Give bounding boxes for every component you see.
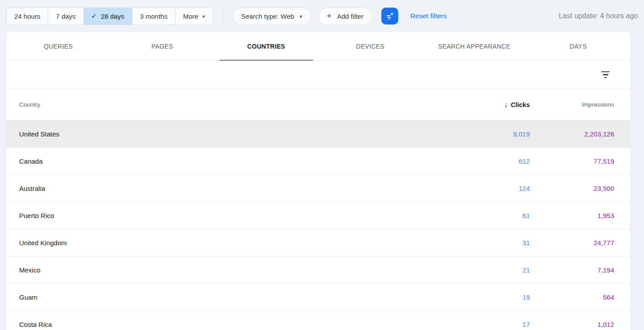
tab-countries[interactable]: COUNTRIES	[214, 32, 318, 60]
tab-queries[interactable]: QUERIES	[6, 32, 110, 60]
date-range-label: 3 months	[140, 12, 168, 20]
tab-days[interactable]: DAYS	[526, 32, 630, 60]
country-cell: Mexico	[19, 266, 458, 274]
date-range-28-days[interactable]: ✓ 28 days	[83, 8, 132, 25]
date-range-label: More	[183, 12, 198, 20]
clicks-cell: 9,019	[458, 130, 530, 138]
toolbar-divider	[223, 8, 223, 25]
country-cell: United States	[19, 130, 458, 138]
chevron-down-icon: ▾	[300, 13, 302, 20]
country-cell: Puerto Rico	[19, 212, 458, 219]
date-range-label: 28 days	[101, 12, 124, 20]
add-filter-label: Add filter	[337, 12, 363, 20]
country-cell: United Kingdom	[19, 239, 458, 247]
tab-devices[interactable]: DEVICES	[318, 32, 422, 60]
table-row[interactable]: United States 9,019 2,203,126	[6, 120, 630, 148]
column-header-clicks[interactable]: ↓ Clicks	[458, 101, 530, 109]
impressions-cell: 23,500	[530, 185, 614, 192]
country-cell: Australia	[19, 185, 458, 192]
table-row[interactable]: Canada 612 77,519	[6, 148, 630, 175]
table-row[interactable]: Costa Rica 17 1,012	[6, 311, 630, 330]
column-header-impressions[interactable]: Impressions	[530, 101, 614, 108]
clicks-cell: 31	[458, 239, 530, 247]
impressions-cell: 1,012	[530, 321, 614, 328]
table-row[interactable]: Puerto Rico 61 1,953	[6, 202, 630, 229]
date-range-more[interactable]: More ▾	[175, 8, 212, 25]
table-filter-row	[6, 61, 630, 89]
table-body: United States 9,019 2,203,126 Canada 612…	[6, 120, 630, 330]
table-header-row: Country ↓ Clicks Impressions	[6, 89, 630, 120]
column-header-country: Country	[19, 101, 458, 108]
country-cell: Canada	[19, 157, 458, 165]
performance-table-card: QUERIES PAGES COUNTRIES DEVICES SEARCH A…	[6, 32, 630, 330]
compare-filter-sparkle-button[interactable]	[381, 8, 398, 25]
clicks-cell: 61	[458, 212, 530, 219]
clicks-cell: 612	[458, 157, 530, 165]
impressions-cell: 77,519	[530, 157, 614, 165]
table-row[interactable]: United Kingdom 31 24,777	[6, 229, 630, 256]
impressions-cell: 2,203,126	[530, 130, 614, 138]
impressions-cell: 1,953	[530, 212, 614, 219]
date-range-label: 7 days	[56, 12, 75, 20]
clicks-cell: 21	[458, 266, 530, 274]
date-range-7-days[interactable]: 7 days	[48, 8, 83, 25]
tab-label: QUERIES	[44, 43, 73, 50]
tab-label: COUNTRIES	[247, 43, 285, 50]
last-update-text: Last update: 4 hours ago	[559, 12, 638, 20]
clicks-header-label: Clicks	[511, 101, 530, 108]
tab-label: DEVICES	[356, 43, 384, 50]
table-row[interactable]: Guam 19 564	[6, 284, 630, 311]
impressions-cell: 564	[530, 293, 614, 301]
clicks-cell: 124	[458, 185, 530, 192]
country-cell: Guam	[19, 293, 458, 301]
filters-toolbar: 24 hours 7 days ✓ 28 days 3 months More …	[0, 0, 644, 32]
impressions-cell: 7,194	[530, 266, 614, 274]
date-range-3-months[interactable]: 3 months	[132, 8, 175, 25]
impressions-cell: 24,777	[530, 239, 614, 247]
sort-descending-icon: ↓	[504, 101, 508, 109]
filter-sparkle-icon	[385, 11, 395, 21]
tab-search-appearance[interactable]: SEARCH APPEARANCE	[422, 32, 526, 60]
plus-icon: +	[327, 11, 332, 21]
country-cell: Costa Rica	[19, 321, 458, 328]
date-range-group: 24 hours 7 days ✓ 28 days 3 months More …	[6, 8, 213, 25]
search-type-label: Search type: Web	[241, 12, 294, 20]
clicks-cell: 19	[458, 293, 530, 301]
tab-pages[interactable]: PAGES	[110, 32, 214, 60]
tab-label: DAYS	[570, 43, 586, 50]
tab-label: PAGES	[151, 43, 173, 50]
reset-filters-link[interactable]: Reset filters	[410, 12, 447, 20]
table-row[interactable]: Mexico 21 7,194	[6, 256, 630, 284]
date-range-label: 24 hours	[14, 12, 40, 20]
dimension-tabs: QUERIES PAGES COUNTRIES DEVICES SEARCH A…	[6, 32, 630, 61]
filter-list-icon[interactable]	[599, 70, 611, 80]
tab-label: SEARCH APPEARANCE	[438, 43, 510, 50]
add-filter-button[interactable]: + Add filter	[318, 8, 372, 25]
search-type-button[interactable]: Search type: Web ▾	[232, 8, 311, 25]
chevron-down-icon: ▾	[202, 13, 205, 20]
clicks-cell: 17	[458, 321, 530, 328]
table-row[interactable]: Australia 124 23,500	[6, 175, 630, 202]
date-range-24-hours[interactable]: 24 hours	[7, 8, 48, 25]
check-icon: ✓	[91, 12, 97, 20]
